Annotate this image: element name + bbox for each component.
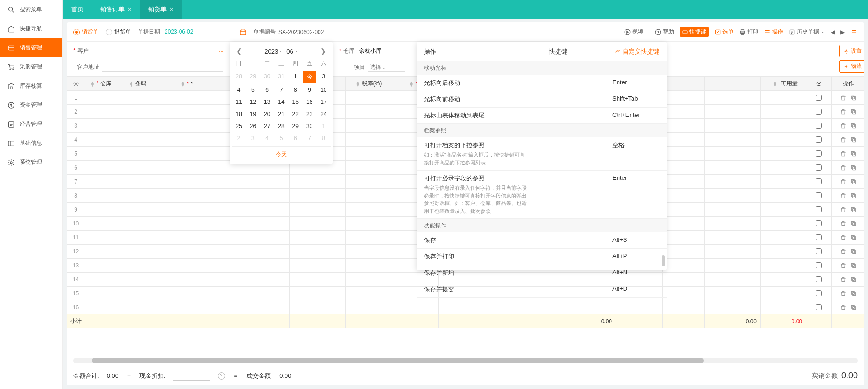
- table-cell[interactable]: [117, 273, 159, 287]
- copy-row-icon[interactable]: [850, 95, 857, 101]
- table-cell[interactable]: [215, 259, 290, 273]
- gift-checkbox[interactable]: [816, 192, 822, 198]
- copy-row-icon[interactable]: [850, 150, 857, 157]
- table-cell[interactable]: [290, 273, 346, 287]
- table-cell[interactable]: [290, 259, 346, 273]
- delete-row-icon[interactable]: [840, 123, 847, 129]
- table-cell[interactable]: [705, 217, 761, 231]
- tab-sales-order[interactable]: 销售订单✕: [92, 0, 140, 19]
- cal-day[interactable]: 3: [246, 133, 259, 144]
- table-cell[interactable]: [85, 217, 117, 231]
- table-header[interactable]: ▲▼条码: [117, 77, 159, 91]
- delete-row-icon[interactable]: [840, 178, 847, 185]
- sidebar-item-inventory[interactable]: 库存核算: [0, 76, 62, 96]
- cal-day[interactable]: 27: [261, 121, 274, 132]
- cal-day[interactable]: 3: [317, 71, 330, 83]
- table-cell[interactable]: [159, 203, 215, 217]
- table-cell[interactable]: [346, 189, 392, 203]
- menu-button[interactable]: [850, 29, 858, 35]
- table-cell[interactable]: [215, 189, 290, 203]
- table-header-avail[interactable]: ▲▼可用量: [764, 77, 806, 91]
- table-gear-icon[interactable]: [67, 77, 85, 91]
- table-cell[interactable]: [159, 245, 215, 259]
- table-cell[interactable]: [85, 119, 117, 133]
- gift-checkbox[interactable]: [816, 290, 822, 296]
- copy-row-icon[interactable]: [850, 290, 857, 297]
- table-cell[interactable]: [117, 119, 159, 133]
- cal-day[interactable]: 29: [246, 71, 259, 83]
- table-cell[interactable]: [392, 300, 439, 314]
- table-cell[interactable]: [346, 119, 392, 133]
- cal-year-select[interactable]: 2023: [264, 48, 283, 55]
- table-cell[interactable]: [290, 203, 346, 217]
- table-cell[interactable]: [663, 175, 705, 189]
- cal-day[interactable]: 18: [232, 109, 245, 120]
- table-cell[interactable]: [117, 231, 159, 245]
- table-cell[interactable]: [705, 287, 761, 300]
- table-cell[interactable]: [85, 175, 117, 189]
- cal-day[interactable]: 10: [317, 84, 330, 96]
- table-cell[interactable]: [663, 245, 705, 259]
- table-header-ops[interactable]: 操作: [832, 77, 864, 91]
- table-cell[interactable]: [663, 189, 705, 203]
- table-cell[interactable]: [346, 259, 392, 273]
- close-icon[interactable]: ✕: [127, 7, 132, 13]
- table-cell[interactable]: [663, 105, 705, 119]
- table-cell[interactable]: [117, 91, 159, 105]
- table-cell[interactable]: [85, 273, 117, 287]
- table-cell[interactable]: [663, 203, 705, 217]
- select-order-button[interactable]: 选单: [715, 28, 734, 36]
- custom-hotkey-link[interactable]: 自定义快捷键: [614, 48, 659, 56]
- table-cell[interactable]: [290, 300, 346, 314]
- sidebar-item-sales[interactable]: 销售管理: [0, 38, 62, 57]
- table-cell[interactable]: [85, 105, 117, 119]
- table-cell[interactable]: [117, 217, 159, 231]
- radio-sale[interactable]: 销货单: [73, 28, 98, 36]
- copy-row-icon[interactable]: [850, 248, 857, 255]
- scroll-indicator[interactable]: [662, 255, 665, 266]
- table-cell[interactable]: [663, 147, 705, 161]
- table-cell[interactable]: [290, 287, 346, 300]
- next-button[interactable]: ▶: [840, 29, 845, 35]
- cal-day[interactable]: 6: [261, 84, 274, 96]
- table-cell[interactable]: [159, 273, 215, 287]
- table-cell[interactable]: [346, 147, 392, 161]
- table-cell[interactable]: [346, 133, 392, 147]
- delete-row-icon[interactable]: [840, 248, 847, 255]
- gift-checkbox[interactable]: [816, 248, 822, 254]
- table-cell[interactable]: [705, 273, 761, 287]
- table-cell[interactable]: [117, 105, 159, 119]
- sidebar-item-basic[interactable]: 基础信息: [0, 134, 62, 153]
- table-cell[interactable]: [346, 203, 392, 217]
- table-cell[interactable]: [117, 203, 159, 217]
- table-cell[interactable]: [663, 91, 705, 105]
- table-header[interactable]: ▲▼* *: [159, 77, 215, 91]
- cal-day[interactable]: 7: [275, 84, 288, 96]
- cal-day[interactable]: 20: [261, 109, 274, 120]
- copy-row-icon[interactable]: [850, 123, 857, 129]
- cal-day[interactable]: 8: [317, 133, 330, 144]
- delete-row-icon[interactable]: [840, 234, 847, 241]
- table-cell[interactable]: [159, 119, 215, 133]
- cal-day[interactable]: 7: [303, 133, 316, 144]
- table-cell[interactable]: [616, 300, 663, 314]
- table-cell[interactable]: [117, 147, 159, 161]
- calendar-icon[interactable]: [239, 28, 247, 36]
- history-button[interactable]: 历史单据: [789, 28, 825, 36]
- table-cell[interactable]: [346, 91, 392, 105]
- table-cell[interactable]: [85, 203, 117, 217]
- tab-home[interactable]: 首页: [63, 0, 92, 19]
- cal-day[interactable]: 28: [232, 71, 245, 83]
- gift-checkbox[interactable]: [816, 234, 822, 240]
- table-cell[interactable]: [85, 147, 117, 161]
- cal-next-icon[interactable]: ❯: [320, 48, 326, 55]
- table-cell[interactable]: [705, 203, 761, 217]
- copy-row-icon[interactable]: [850, 136, 857, 143]
- delete-row-icon[interactable]: [840, 164, 847, 171]
- table-cell[interactable]: [346, 161, 392, 175]
- table-header[interactable]: [663, 77, 705, 91]
- table-cell[interactable]: [346, 287, 392, 300]
- cal-day[interactable]: 12: [246, 96, 259, 108]
- table-cell[interactable]: [159, 217, 215, 231]
- gift-checkbox[interactable]: [816, 95, 822, 101]
